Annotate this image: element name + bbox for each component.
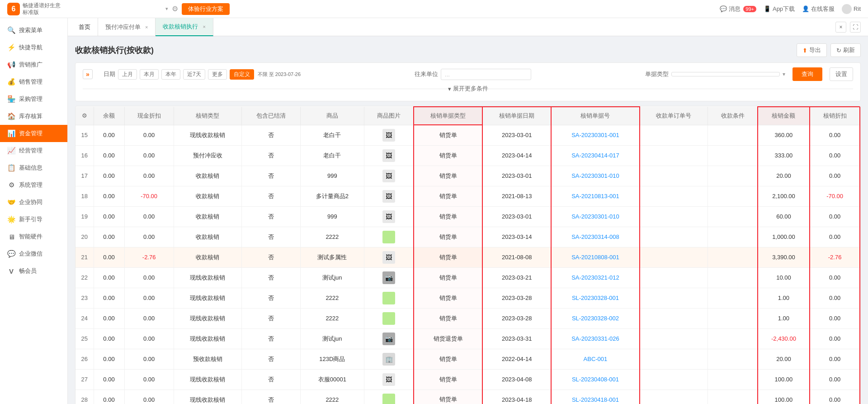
- refresh-button[interactable]: ↻ 刷新: [830, 43, 861, 57]
- filter-tab-thismonth[interactable]: 本月: [140, 69, 159, 80]
- tab-collection[interactable]: 收款核销执行 ×: [156, 18, 213, 36]
- query-button[interactable]: 查询: [793, 67, 822, 81]
- sidebar-item-operation[interactable]: 📈 经营管理: [0, 142, 67, 159]
- td-include-settled: 否: [242, 288, 301, 308]
- sidebar-item-system[interactable]: ⚙ 系统管理: [0, 176, 67, 194]
- table-body: 15 0.00 0.00 现线收款核销 否 老白干 🖼 销货单 2023-03-…: [75, 125, 860, 404]
- td-balance: 0.00: [94, 328, 124, 349]
- td-include-settled: 否: [242, 247, 301, 267]
- sidebar-item-collab[interactable]: 🤝 企业协同: [0, 194, 67, 211]
- filter-tab-custom[interactable]: 自定义: [230, 69, 254, 80]
- app-download-item[interactable]: 📱 App下载: [764, 5, 795, 13]
- filter-partner-select[interactable]: ...: [441, 69, 531, 80]
- sidebar-item-sales[interactable]: 💰 销售管理: [0, 73, 67, 90]
- messages-item[interactable]: 💬 消息 99+: [720, 5, 756, 13]
- sidebar-item-purchase[interactable]: 🏪 采购管理: [0, 90, 67, 108]
- td-cancel-discount: 0.00: [810, 390, 860, 404]
- td-goods-img: [364, 308, 414, 328]
- td-cancel-discount: 0.00: [810, 308, 860, 328]
- sidebar-item-member[interactable]: V 畅会员: [0, 262, 67, 280]
- bill-no-link[interactable]: SA-20230301-001: [571, 132, 619, 138]
- tab-expand-button[interactable]: ⛶: [850, 22, 861, 33]
- bill-no-link[interactable]: SA-20230301-010: [571, 213, 619, 220]
- td-goods-img: 🖼: [364, 206, 414, 227]
- messages-badge: 99+: [743, 6, 756, 12]
- tab-prepay-close[interactable]: ×: [145, 24, 148, 30]
- sidebar-item-hardware[interactable]: 🖥 智能硬件: [0, 228, 67, 245]
- export-button[interactable]: ⬆ 导出: [797, 43, 827, 57]
- tab-prepay[interactable]: 预付冲应付单 ×: [98, 18, 156, 36]
- filter-billtype-select[interactable]: [671, 72, 780, 76]
- bill-no-link[interactable]: SL-20230328-002: [572, 315, 619, 322]
- bill-no-link[interactable]: SL-20230408-001: [572, 376, 619, 383]
- sidebar-item-guide[interactable]: 🌟 新手引导: [0, 211, 67, 228]
- bill-no-link[interactable]: SA-20210808-001: [571, 254, 619, 261]
- td-include-settled: 否: [242, 369, 301, 390]
- td-balance: 0.00: [94, 166, 124, 186]
- td-cash-discount: 0.00: [124, 227, 174, 247]
- bill-no-link[interactable]: SA-20230414-017: [571, 152, 619, 159]
- bill-no-link[interactable]: SA-20210813-001: [571, 193, 619, 200]
- sidebar-label-nav: 快捷导航: [19, 43, 42, 52]
- sidebar-item-marketing[interactable]: 📢 营销推广: [0, 56, 67, 73]
- td-cash-discount: 0.00: [124, 308, 174, 328]
- table-row: 15 0.00 0.00 现线收款核销 否 老白干 🖼 销货单 2023-03-…: [75, 125, 860, 145]
- bill-no-link[interactable]: ABC-001: [584, 356, 608, 362]
- bill-no-link[interactable]: SA-20230331-026: [571, 335, 619, 342]
- td-bill-type: 销货单: [414, 267, 482, 288]
- td-rownum: 26: [75, 349, 94, 369]
- td-cash-discount: 0.00: [124, 369, 174, 390]
- filter-tab-thisyear[interactable]: 本年: [161, 69, 180, 80]
- marketing-icon: 📢: [7, 61, 15, 69]
- filter-partner-item: 往来单位 ...: [415, 69, 531, 80]
- dropdown-arrow-icon[interactable]: ▾: [165, 6, 168, 12]
- th-cancel-amount: 核销金额: [758, 107, 810, 125]
- sidebar-item-finance[interactable]: 📊 资金管理: [0, 125, 67, 142]
- td-include-settled: 否: [242, 267, 301, 288]
- td-cancel-type: 现线收款核销: [174, 288, 241, 308]
- sidebar-item-basic[interactable]: 📋 基础信息: [0, 159, 67, 176]
- td-cancel-type: 现线收款核销: [174, 328, 241, 349]
- online-service-item[interactable]: 👤 在线客服: [802, 5, 835, 13]
- filter-expand-btn[interactable]: »: [83, 69, 93, 79]
- settings-button[interactable]: 设置: [830, 67, 853, 81]
- td-rownum: 18: [75, 186, 94, 206]
- td-cancel-type: 预付冲应收: [174, 145, 241, 166]
- tab-home[interactable]: 首页: [71, 18, 98, 36]
- td-receipt-cond: [708, 206, 758, 227]
- bill-no-link[interactable]: SL-20230328-001: [572, 295, 619, 301]
- td-bill-date: 2021-08-08: [482, 247, 551, 267]
- filter-tab-7days[interactable]: 近7天: [183, 69, 205, 80]
- sidebar-item-nav[interactable]: ⚡ 快捷导航: [0, 39, 67, 56]
- td-bill-type: 销货单: [414, 349, 482, 369]
- tab-collection-close[interactable]: ×: [203, 24, 205, 29]
- table-head: ⚙ 余额 现金折扣 核销类型 包含已结清 商品 商品图片 核销单据类型 核销单据…: [75, 107, 860, 125]
- td-bill-date: 2023-03-01: [482, 206, 551, 227]
- td-goods-img: 🖼: [364, 166, 414, 186]
- user-item[interactable]: Rit: [842, 4, 861, 14]
- td-bill-no: SA-20230331-026: [551, 328, 639, 349]
- tab-close-button[interactable]: ×: [835, 22, 846, 33]
- bill-no-link[interactable]: SA-20230321-012: [571, 274, 619, 281]
- td-goods: 测试jun: [300, 328, 364, 349]
- bill-no-link[interactable]: SL-20230418-001: [572, 396, 619, 403]
- app-download-label: App下载: [773, 5, 795, 13]
- td-goods-img: 🖼: [364, 186, 414, 206]
- gear-icon[interactable]: ⚙: [172, 5, 178, 13]
- th-settings[interactable]: ⚙: [75, 107, 94, 125]
- td-receipt-order: [640, 186, 708, 206]
- sidebar-item-inventory[interactable]: 🏠 库存核算: [0, 108, 67, 125]
- td-rownum: 28: [75, 390, 94, 404]
- logo-area: 6 畅捷通谱好生意标准版: [7, 2, 75, 15]
- bill-no-link[interactable]: SA-20230301-010: [571, 172, 619, 179]
- td-rownum: 23: [75, 288, 94, 308]
- sidebar-item-wechat[interactable]: 💬 企业微信: [0, 245, 67, 262]
- bill-no-link[interactable]: SA-20230314-008: [571, 233, 619, 240]
- td-goods-img: 🖼: [364, 145, 414, 166]
- trial-button[interactable]: 体验行业方案: [182, 3, 230, 15]
- expand-conditions[interactable]: ▾ 展开更多条件: [448, 85, 488, 93]
- filter-tab-lastmonth[interactable]: 上月: [118, 69, 137, 80]
- sidebar-item-search[interactable]: 🔍 搜索菜单: [0, 22, 67, 39]
- td-bill-type: 销货单: [414, 288, 482, 308]
- filter-tab-more[interactable]: 更多: [208, 69, 227, 80]
